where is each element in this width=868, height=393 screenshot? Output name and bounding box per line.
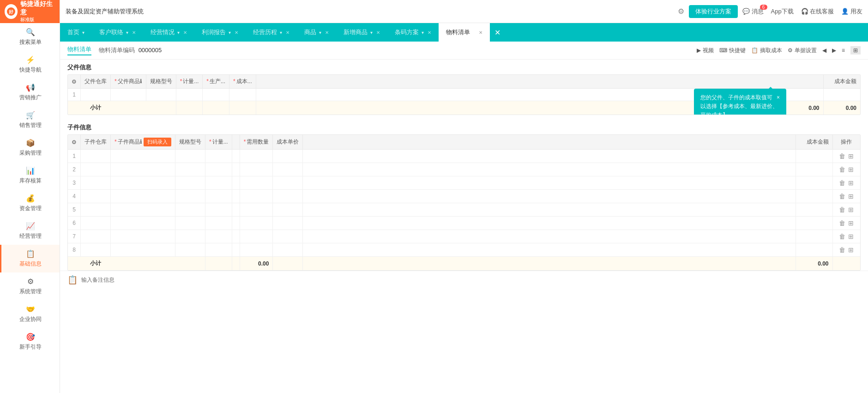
child-cell-product[interactable] bbox=[111, 163, 175, 176]
nav-tab-商品[interactable]: 商品▾✕ bbox=[297, 23, 336, 42]
sidebar-item-快捷导航[interactable]: ⚡快捷导航 bbox=[0, 51, 60, 79]
gear-icon[interactable]: ⚙ bbox=[678, 7, 684, 16]
copy-row-icon[interactable]: ⊞ bbox=[848, 246, 854, 254]
tab-close-icon[interactable]: ✕ bbox=[132, 30, 136, 35]
nav-tab-经营历程[interactable]: 经营历程▾✕ bbox=[246, 23, 297, 42]
expand-button[interactable]: ⊞ bbox=[850, 46, 861, 54]
child-cell-needed[interactable] bbox=[240, 217, 273, 230]
sidebar-item-搜索菜单[interactable]: 🔍搜索菜单 bbox=[0, 23, 60, 51]
parent-cell-warehouse[interactable] bbox=[81, 89, 111, 101]
nav-next-button[interactable]: ▶ bbox=[832, 47, 836, 54]
copy-row-icon[interactable]: ⊞ bbox=[848, 219, 854, 227]
sidebar-item-采购管理[interactable]: 📦采购管理 bbox=[0, 134, 60, 162]
delete-row-icon[interactable]: 🗑 bbox=[839, 233, 845, 240]
child-cell-spec[interactable] bbox=[175, 163, 205, 176]
child-cell-warehouse[interactable] bbox=[81, 190, 111, 203]
child-cell-cost-price[interactable] bbox=[273, 150, 303, 163]
child-cell-spec[interactable] bbox=[175, 217, 205, 230]
video-button[interactable]: ▶ 视频 bbox=[697, 47, 714, 54]
child-cell-product[interactable] bbox=[111, 176, 175, 190]
sidebar-item-系统管理[interactable]: ⚙系统管理 bbox=[0, 272, 60, 300]
sidebar-item-库存核算[interactable]: 📊库存核算 bbox=[0, 162, 60, 189]
child-cell-needed[interactable] bbox=[240, 230, 273, 243]
child-cell-needed[interactable] bbox=[240, 150, 273, 163]
child-cell-product[interactable] bbox=[111, 217, 175, 230]
child-cell-warehouse[interactable] bbox=[81, 217, 111, 230]
message-badge[interactable]: 💬 6 消息 bbox=[742, 7, 764, 16]
app-download-link[interactable]: App下载 bbox=[771, 7, 794, 16]
parent-cell-cost[interactable] bbox=[229, 89, 256, 101]
child-cell-qty[interactable] bbox=[205, 217, 232, 230]
scan-input-button[interactable]: 扫码录入 bbox=[144, 138, 171, 146]
close-all-tabs-button[interactable]: ✕ bbox=[490, 23, 505, 42]
child-cell-spec[interactable] bbox=[175, 190, 205, 203]
delete-row-icon[interactable]: 🗑 bbox=[839, 179, 845, 187]
nav-tab-利润报告[interactable]: 利润报告▾✕ bbox=[194, 23, 246, 42]
user-avatar[interactable]: 👤 用友 bbox=[841, 7, 862, 16]
child-cell-qty[interactable] bbox=[205, 203, 232, 217]
parent-cell-qty[interactable] bbox=[176, 89, 203, 101]
grid-view-button[interactable]: ≡ bbox=[842, 47, 845, 54]
sidebar-item-资金管理[interactable]: 💰资金管理 bbox=[0, 189, 60, 217]
tooltip-close-button[interactable]: × bbox=[777, 93, 780, 102]
child-cell-cost-price[interactable] bbox=[273, 243, 303, 257]
child-cell-qty[interactable] bbox=[205, 150, 232, 163]
child-cell-product[interactable] bbox=[111, 243, 175, 257]
child-cell-warehouse[interactable] bbox=[81, 163, 111, 176]
child-cell-cost-price[interactable] bbox=[273, 203, 303, 217]
extract-cost-button[interactable]: 📋 摘取成本 bbox=[751, 47, 782, 54]
child-cell-cost-price[interactable] bbox=[273, 230, 303, 243]
child-cell-product[interactable] bbox=[111, 230, 175, 243]
sub-tab-material-list[interactable]: 物料清单 bbox=[67, 45, 91, 55]
note-placeholder[interactable]: 输入备注信息 bbox=[81, 276, 115, 284]
parent-cell-product[interactable] bbox=[111, 89, 146, 101]
doc-settings-button[interactable]: ⚙ 单据设置 bbox=[788, 47, 817, 54]
nav-tab-条码方案[interactable]: 条码方案▾✕ bbox=[387, 23, 439, 42]
tab-close-icon[interactable]: ✕ bbox=[428, 30, 431, 35]
child-cell-qty[interactable] bbox=[205, 243, 232, 257]
child-cell-cost-price[interactable] bbox=[273, 176, 303, 190]
child-cell-warehouse[interactable] bbox=[81, 230, 111, 243]
nav-tab-物料清单[interactable]: 物料清单▾✕ bbox=[439, 23, 490, 42]
delete-row-icon[interactable]: 🗑 bbox=[839, 206, 845, 213]
nav-tab-客户联络[interactable]: 客户联络▾✕ bbox=[92, 23, 143, 42]
sidebar-item-销售管理[interactable]: 🛒销售管理 bbox=[0, 106, 60, 134]
delete-row-icon[interactable]: 🗑 bbox=[839, 246, 845, 254]
copy-row-icon[interactable]: ⊞ bbox=[848, 193, 854, 200]
trial-button[interactable]: 体验行业方案 bbox=[689, 5, 738, 18]
child-cell-qty[interactable] bbox=[205, 163, 232, 176]
child-col-settings[interactable]: ⚙ bbox=[68, 135, 81, 150]
child-cell-warehouse[interactable] bbox=[81, 203, 111, 217]
child-cell-needed[interactable] bbox=[240, 176, 273, 190]
child-cell-cost-price[interactable] bbox=[273, 190, 303, 203]
tab-close-icon[interactable]: ✕ bbox=[479, 30, 482, 35]
child-cell-qty[interactable] bbox=[205, 190, 232, 203]
child-cell-needed[interactable] bbox=[240, 203, 273, 217]
sidebar-item-经营管理[interactable]: 📈经营管理 bbox=[0, 217, 60, 245]
child-cell-needed[interactable] bbox=[240, 243, 273, 257]
nav-tab-新增商品[interactable]: 新增商品▾✕ bbox=[336, 23, 387, 42]
online-service-link[interactable]: 🎧 在线客服 bbox=[801, 7, 834, 16]
child-cell-needed[interactable] bbox=[240, 163, 273, 176]
delete-row-icon[interactable]: 🗑 bbox=[839, 219, 845, 227]
child-cell-spec[interactable] bbox=[175, 203, 205, 217]
copy-row-icon[interactable]: ⊞ bbox=[848, 152, 854, 160]
child-cell-qty[interactable] bbox=[205, 176, 232, 190]
tab-close-icon[interactable]: ✕ bbox=[376, 30, 380, 35]
child-cell-warehouse[interactable] bbox=[81, 243, 111, 257]
sidebar-item-新手引导[interactable]: 🎯新手引导 bbox=[0, 328, 60, 356]
child-cell-spec[interactable] bbox=[175, 243, 205, 257]
child-cell-cost-price[interactable] bbox=[273, 163, 303, 176]
copy-row-icon[interactable]: ⊞ bbox=[848, 206, 854, 213]
parent-cell-prod[interactable] bbox=[203, 89, 229, 101]
sidebar-item-企业协同[interactable]: 🤝企业协同 bbox=[0, 300, 60, 328]
child-cell-warehouse[interactable] bbox=[81, 150, 111, 163]
nav-prev-button[interactable]: ◀ bbox=[822, 47, 826, 54]
child-cell-spec[interactable] bbox=[175, 150, 205, 163]
parent-cell-spec[interactable] bbox=[146, 89, 176, 101]
child-cell-qty[interactable] bbox=[205, 230, 232, 243]
child-cell-warehouse[interactable] bbox=[81, 176, 111, 190]
tab-close-icon[interactable]: ✕ bbox=[183, 30, 187, 35]
copy-row-icon[interactable]: ⊞ bbox=[848, 179, 854, 187]
copy-row-icon[interactable]: ⊞ bbox=[848, 166, 854, 173]
